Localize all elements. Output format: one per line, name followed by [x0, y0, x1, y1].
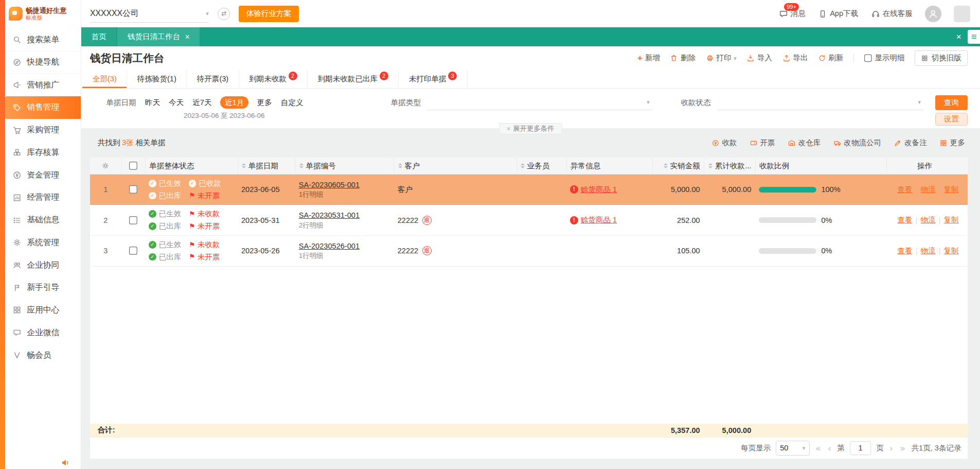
settings-button[interactable]: 设置: [935, 113, 968, 126]
col-amount[interactable]: 实销金额: [652, 158, 704, 174]
add-button[interactable]: + 新增: [637, 53, 660, 63]
export-button[interactable]: 导出: [782, 53, 808, 63]
org-switch-icon[interactable]: [218, 8, 230, 20]
search-button[interactable]: 查询: [935, 95, 968, 110]
invoice-button[interactable]: 开票: [750, 138, 775, 148]
doc-type-select[interactable]: ▾: [427, 95, 652, 110]
doc-number-link[interactable]: SA-20230531-001: [299, 210, 360, 220]
date-option-custom[interactable]: 自定义: [281, 98, 304, 108]
doc-number-link[interactable]: SA-20230605-001: [299, 180, 360, 190]
more-actions-button[interactable]: 更多: [939, 138, 965, 148]
date-option-1month[interactable]: 近1月: [220, 96, 248, 109]
page-header: 钱货日清工作台 + 新增 删除 打印 ▾: [81, 46, 980, 70]
sidebar-item-member[interactable]: 畅会员: [0, 344, 81, 367]
column-settings-gear-icon[interactable]: [101, 162, 110, 170]
delete-button[interactable]: 删除: [670, 53, 696, 63]
tab-close-icon[interactable]: ×: [185, 32, 190, 42]
filter-tab-to-pick[interactable]: 待拣验货(1): [127, 70, 187, 88]
sidebar-item-quick-nav[interactable]: 快捷导航: [0, 51, 81, 74]
tab-home[interactable]: 首页: [81, 27, 116, 46]
prev-page-icon[interactable]: ‹: [827, 444, 832, 453]
copy-link[interactable]: 复制: [944, 246, 959, 256]
col-salesman[interactable]: 业务员: [516, 158, 566, 174]
app-download-button[interactable]: App下载: [818, 9, 858, 19]
row-checkbox[interactable]: [129, 185, 137, 194]
show-detail-toggle[interactable]: 显示明细: [864, 53, 905, 63]
filter-tab-all[interactable]: 全部(3): [82, 70, 127, 88]
select-all-checkbox[interactable]: [129, 162, 137, 170]
change-warehouse-button[interactable]: 改仓库: [788, 138, 821, 148]
sidebar-item-collaboration[interactable]: 企业协同: [0, 254, 81, 276]
view-link[interactable]: 查看: [897, 246, 912, 256]
per-page-label: 每页显示: [741, 443, 771, 453]
date-option-more[interactable]: 更多: [257, 98, 272, 108]
col-date[interactable]: 单据日期: [238, 158, 295, 174]
date-option-7days[interactable]: 近7天: [192, 98, 211, 108]
user-menu-button[interactable]: [954, 6, 970, 22]
table-row[interactable]: 1 ✓已生效 ✓已收款 ✓已出库 ⚑未开票 2023-06-05 SA-2023…: [90, 175, 968, 205]
pay-status-select[interactable]: ▾: [717, 95, 923, 110]
company-select[interactable]: XXXXXX公司 ▾: [90, 5, 209, 23]
print-button[interactable]: 打印 ▾: [706, 53, 737, 63]
change-remark-button[interactable]: 改备注: [894, 138, 926, 148]
sidebar-item-sales[interactable]: 销售管理: [5, 96, 81, 119]
next-page-icon[interactable]: ›: [888, 444, 894, 453]
import-button[interactable]: 导入: [746, 53, 772, 63]
announcement-icon[interactable]: [61, 458, 70, 467]
filter-tab-to-invoice[interactable]: 待开票(3): [187, 70, 239, 88]
date-option-today[interactable]: 今天: [169, 98, 184, 108]
filter-tab-unprinted[interactable]: 未打印单据 3: [399, 70, 467, 88]
sidebar-item-inventory[interactable]: 库存核算: [0, 142, 81, 164]
filter-tab-overdue-shipped[interactable]: 到期未收款已出库 2: [308, 70, 399, 88]
sidebar-item-purchase[interactable]: 采购管理: [0, 119, 81, 142]
sidebar-item-app-center[interactable]: 应用中心: [0, 299, 81, 322]
table-row[interactable]: 2 ✓已生效 ⚑未收款 ✓已出库 ⚑未开票 2023-05-31 SA-2023…: [90, 205, 968, 236]
logistics-link[interactable]: 物流: [920, 246, 935, 256]
filter-tab-overdue[interactable]: 到期未收款 2: [239, 70, 308, 88]
row-checkbox[interactable]: [129, 216, 137, 224]
doc-detail: 1行明细: [299, 190, 360, 200]
trial-solution-button[interactable]: 体验行业方案: [239, 6, 299, 22]
tabbar-close-icon[interactable]: ×: [950, 32, 968, 42]
overdue-tag: 逾: [422, 246, 432, 255]
tab-workbench-label: 钱货日清工作台: [128, 32, 180, 42]
copy-link[interactable]: 复制: [944, 215, 959, 225]
row-checkbox[interactable]: [129, 247, 137, 255]
expand-more-button[interactable]: » 展开更多条件: [499, 123, 562, 134]
switch-old-version-button[interactable]: 切换旧版: [915, 50, 968, 65]
col-collected[interactable]: 累计收款...: [704, 158, 755, 174]
messages-button[interactable]: 99+ 消息: [779, 9, 806, 19]
per-page-select[interactable]: 50 ▾: [776, 441, 810, 456]
last-page-icon[interactable]: »: [899, 444, 906, 453]
doc-number-link[interactable]: SA-20230526-001: [299, 241, 360, 251]
page-input[interactable]: [850, 441, 871, 455]
sidebar-item-search-menu[interactable]: 搜索菜单: [0, 29, 81, 51]
sidebar-item-funds[interactable]: 资金管理: [0, 164, 81, 186]
online-service-button[interactable]: 在线客服: [871, 9, 913, 19]
sidebar-item-system[interactable]: 系统管理: [0, 231, 81, 254]
sidebar-item-operations[interactable]: 经营管理: [0, 186, 81, 209]
exception-link[interactable]: 赊货商品 1: [581, 215, 617, 225]
tab-workbench[interactable]: 钱货日清工作台 ×: [117, 27, 200, 46]
table-row[interactable]: 3 ✓已生效 ⚑未收款 ✓已出库 ⚑未开票 2023-05-26 SA-2023…: [90, 236, 968, 267]
user-avatar[interactable]: [925, 6, 941, 22]
collect-payment-button[interactable]: 收款: [711, 138, 737, 148]
col-doc-no[interactable]: 单据编号: [295, 158, 394, 174]
tab-list-icon[interactable]: [968, 30, 980, 44]
first-page-icon[interactable]: «: [814, 444, 822, 453]
sidebar-item-marketing[interactable]: 营销推广: [0, 74, 81, 96]
show-detail-checkbox[interactable]: [864, 54, 872, 62]
logistics-link[interactable]: 物流: [920, 215, 935, 225]
view-link[interactable]: 查看: [897, 215, 912, 225]
view-link[interactable]: 查看: [897, 185, 912, 195]
date-option-yesterday[interactable]: 昨天: [145, 98, 160, 108]
copy-link[interactable]: 复制: [944, 185, 959, 195]
change-logistics-button[interactable]: 改物流公司: [833, 138, 882, 148]
refresh-button[interactable]: 刷新: [818, 53, 844, 63]
logistics-link[interactable]: 物流: [920, 185, 935, 195]
exception-link[interactable]: 赊货商品 1: [581, 185, 617, 195]
col-customer[interactable]: 客户: [394, 158, 516, 174]
sidebar-item-guide[interactable]: 新手引导: [0, 276, 81, 299]
sidebar-item-basic-info[interactable]: 基础信息: [0, 209, 81, 232]
sidebar-item-wecom[interactable]: 企业微信: [0, 321, 81, 344]
